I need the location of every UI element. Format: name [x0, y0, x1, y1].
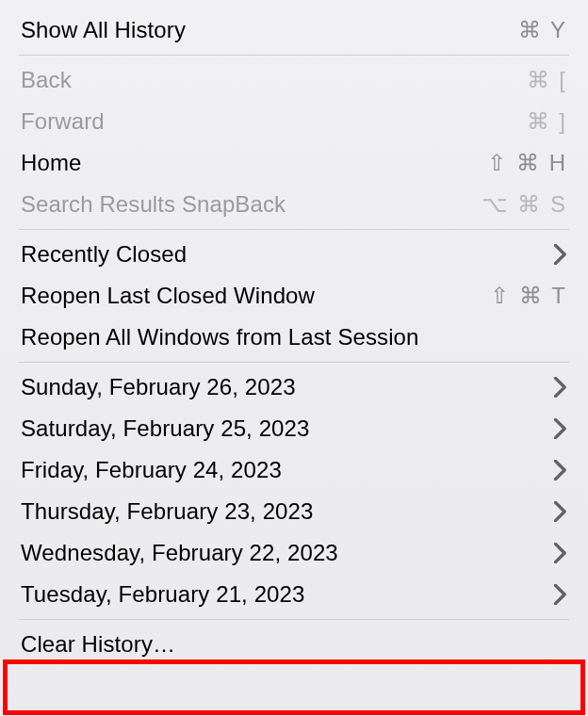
history-day-item[interactable]: Friday, February 24, 2023 [0, 449, 588, 491]
menu-item-label: Wednesday, February 22, 2023 [21, 540, 338, 566]
clear-history-item[interactable]: Clear History… [0, 624, 588, 665]
menu-item-label: Sunday, February 26, 2023 [21, 374, 296, 400]
keyboard-shortcut: ⌘ [ [527, 67, 567, 93]
menu-item-label: Saturday, February 25, 2023 [21, 415, 309, 442]
chevron-right-icon [554, 460, 567, 480]
back-item: Back ⌘ [ [0, 59, 588, 101]
menu-item-label: Thursday, February 23, 2023 [21, 498, 313, 525]
reopen-all-windows-item[interactable]: Reopen All Windows from Last Session [0, 317, 588, 358]
chevron-right-icon [554, 584, 567, 605]
keyboard-shortcut: ⇧ ⌘ H [487, 150, 567, 176]
menu-separator [19, 55, 569, 56]
forward-item: Forward ⌘ ] [0, 101, 588, 142]
menu-item-label: Search Results SnapBack [21, 191, 286, 218]
menu-item-label: Recently Closed [21, 241, 187, 268]
menu-item-label: Reopen All Windows from Last Session [21, 324, 418, 350]
menu-item-label: Reopen Last Closed Window [21, 283, 315, 309]
chevron-right-icon [554, 377, 567, 398]
menu-item-label: Friday, February 24, 2023 [21, 457, 282, 483]
home-item[interactable]: Home ⇧ ⌘ H [0, 142, 588, 184]
menu-item-label: Home [21, 150, 81, 176]
menu-item-label: Back [21, 67, 72, 93]
menu-item-label: Tuesday, February 21, 2023 [21, 581, 304, 608]
history-menu: Show All History ⌘ Y Back ⌘ [ Forward ⌘ … [0, 0, 588, 669]
menu-separator [19, 229, 569, 230]
keyboard-shortcut: ⌘ Y [518, 17, 567, 43]
keyboard-shortcut: ⌘ ] [527, 108, 567, 135]
keyboard-shortcut: ⇧ ⌘ T [490, 283, 567, 309]
history-day-item[interactable]: Thursday, February 23, 2023 [0, 491, 588, 532]
search-results-snapback-item: Search Results SnapBack ⌥ ⌘ S [0, 184, 588, 225]
chevron-right-icon [554, 418, 567, 439]
keyboard-shortcut: ⌥ ⌘ S [482, 191, 567, 218]
history-day-item[interactable]: Tuesday, February 21, 2023 [0, 574, 588, 615]
recently-closed-item[interactable]: Recently Closed [0, 234, 588, 275]
chevron-right-icon [554, 543, 567, 563]
history-day-item[interactable]: Saturday, February 25, 2023 [0, 408, 588, 449]
menu-item-label: Forward [21, 108, 105, 135]
history-day-item[interactable]: Sunday, February 26, 2023 [0, 366, 588, 408]
menu-item-label: Clear History… [21, 631, 175, 658]
chevron-right-icon [554, 244, 567, 265]
history-day-item[interactable]: Wednesday, February 22, 2023 [0, 532, 588, 574]
reopen-last-closed-window-item[interactable]: Reopen Last Closed Window ⇧ ⌘ T [0, 275, 588, 317]
show-all-history-item[interactable]: Show All History ⌘ Y [0, 9, 588, 51]
menu-separator [19, 362, 569, 363]
menu-item-label: Show All History [21, 17, 186, 43]
chevron-right-icon [554, 501, 567, 522]
menu-separator [19, 619, 569, 620]
